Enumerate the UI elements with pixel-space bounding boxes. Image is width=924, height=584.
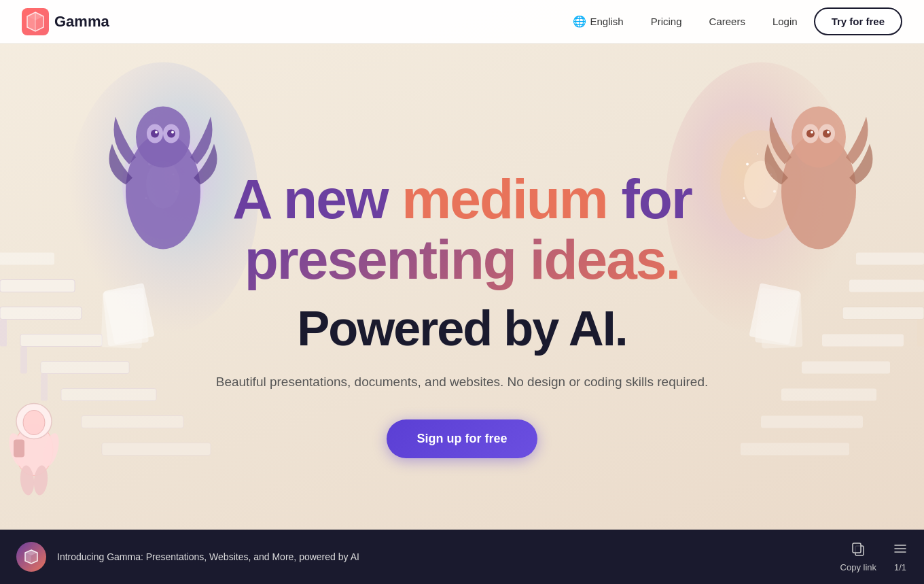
nav-pricing-label: Pricing: [651, 16, 682, 27]
nav-item-login[interactable]: Login: [762, 10, 808, 33]
svg-point-20: [167, 130, 175, 138]
svg-rect-32: [0, 280, 75, 292]
nav-item-pricing[interactable]: Pricing: [640, 10, 693, 33]
svg-rect-24: [0, 320, 7, 347]
svg-point-54: [792, 107, 846, 168]
svg-rect-27: [41, 362, 129, 374]
hero-description: Beautiful presentations, documents, and …: [216, 373, 709, 392]
svg-rect-28: [41, 374, 48, 401]
sign-up-button[interactable]: Sign up for free: [387, 419, 537, 458]
hero-section: A new medium for presenting ideas. Power…: [0, 0, 924, 584]
gamma-logo-icon: [22, 8, 49, 35]
svg-rect-33: [0, 253, 54, 265]
svg-point-48: [746, 163, 749, 166]
svg-rect-44: [101, 292, 144, 348]
hero-title-presenting-ideas: presenting ideas.: [245, 228, 679, 290]
svg-rect-30: [82, 416, 183, 428]
svg-rect-61: [842, 307, 924, 320]
svg-point-52: [743, 197, 745, 199]
hero-title-for: for: [607, 168, 692, 230]
svg-rect-62: [917, 320, 924, 347]
nav-english-label: English: [590, 16, 624, 27]
svg-point-60: [827, 131, 830, 134]
svg-point-51: [773, 190, 776, 193]
hero-title-part1: A new: [232, 168, 402, 230]
page-count-label: 1/1: [894, 562, 906, 572]
svg-point-36: [23, 411, 45, 435]
svg-point-21: [155, 131, 158, 134]
svg-rect-23: [0, 307, 82, 320]
svg-rect-65: [781, 389, 876, 401]
svg-point-57: [806, 130, 815, 138]
svg-rect-29: [61, 389, 156, 401]
globe-icon: 🌐: [573, 15, 586, 28]
svg-point-59: [811, 131, 813, 134]
hero-subtitle-ai: Powered by AI.: [216, 300, 709, 356]
bottom-bar-notification-text: Introducing Gamma: Presentations, Websit…: [57, 551, 830, 562]
hero-content: A new medium for presenting ideas. Power…: [202, 169, 722, 458]
copy-icon: [851, 541, 866, 560]
svg-point-50: [757, 154, 758, 155]
svg-rect-67: [741, 443, 849, 456]
nav-careers-label: Careers: [709, 16, 745, 27]
svg-point-16: [136, 107, 190, 168]
page-count-area: 1/1: [893, 541, 908, 572]
svg-rect-66: [761, 416, 863, 428]
svg-rect-69: [856, 253, 924, 265]
svg-rect-25: [20, 334, 102, 347]
try-free-button[interactable]: Try for free: [814, 7, 902, 35]
bottom-bar: Introducing Gamma: Presentations, Websit…: [0, 530, 924, 584]
svg-point-58: [823, 130, 831, 138]
logo-text: Gamma: [54, 13, 109, 31]
svg-rect-41: [14, 440, 24, 458]
svg-rect-26: [20, 347, 27, 374]
svg-rect-63: [822, 334, 904, 347]
hero-title-medium: medium: [402, 168, 607, 230]
svg-point-19: [151, 130, 159, 138]
bottom-bar-gamma-icon: [22, 548, 40, 566]
logo[interactable]: Gamma: [22, 8, 109, 35]
navbar: Gamma 🌐 English Pricing Careers Login Tr…: [0, 0, 924, 44]
bottom-bar-logo: [16, 542, 46, 572]
svg-rect-72: [760, 292, 803, 348]
pages-icon: [893, 541, 908, 560]
nav-item-english[interactable]: 🌐 English: [562, 10, 635, 33]
svg-point-22: [171, 131, 174, 134]
svg-rect-68: [849, 280, 924, 292]
svg-rect-64: [802, 362, 890, 374]
svg-rect-78: [853, 543, 861, 553]
copy-link-button[interactable]: Copy link: [840, 541, 876, 572]
svg-rect-31: [102, 443, 211, 456]
bottom-bar-actions: Copy link 1/1: [840, 541, 908, 572]
nav-item-careers[interactable]: Careers: [698, 10, 756, 33]
nav-links: 🌐 English Pricing Careers Login Try for …: [562, 7, 903, 35]
nav-login-label: Login: [772, 16, 798, 27]
copy-label: Copy link: [840, 562, 876, 572]
hero-title: A new medium for presenting ideas.: [216, 169, 709, 290]
